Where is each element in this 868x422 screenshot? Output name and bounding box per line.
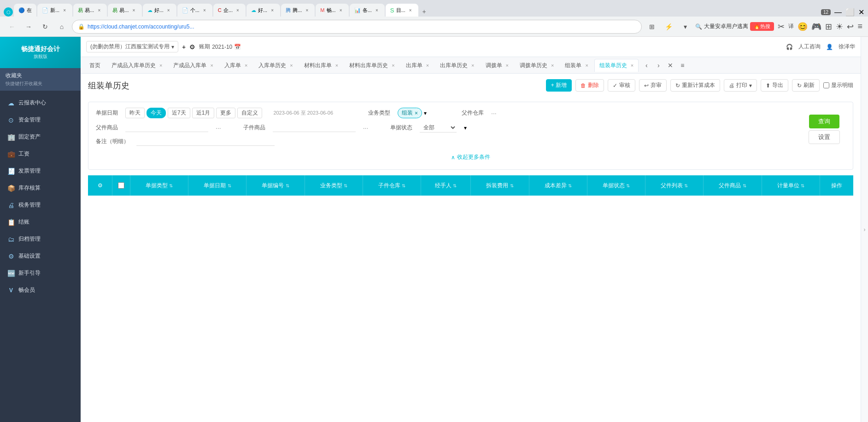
table-settings-icon[interactable]: ⚙ — [94, 179, 106, 192]
tab-in-order[interactable]: 入库单 × — [219, 59, 252, 72]
parent-goods-input[interactable] — [125, 123, 208, 132]
tab-out-order[interactable]: 出库单 × — [401, 59, 434, 72]
sidebar-item-member[interactable]: V 畅会员 — [0, 282, 81, 299]
order-status-select[interactable]: 全部 待审核 已审核 — [420, 123, 457, 133]
date-btn-yesterday[interactable]: 昨天 — [125, 108, 145, 118]
export-button[interactable]: ⬆ 导出 — [761, 79, 788, 92]
close-icon[interactable]: ✕ — [858, 8, 864, 17]
show-detail-input[interactable] — [823, 82, 829, 88]
browser-tab-1[interactable]: 🔵 在 — [14, 4, 36, 17]
back-button[interactable]: ← — [6, 20, 18, 33]
sun-icon[interactable]: ☀ — [836, 22, 843, 32]
right-collapse-panel[interactable]: › — [861, 37, 868, 422]
tab-close-12[interactable]: × — [407, 7, 414, 13]
tab-close-assemble-history[interactable]: × — [631, 63, 633, 68]
settings-company-icon[interactable]: ⚙ — [189, 43, 195, 51]
tab-close-prod-in-history[interactable]: × — [159, 63, 162, 68]
tab-close-assemble[interactable]: × — [585, 63, 588, 68]
select-all-checkbox[interactable] — [118, 182, 124, 189]
approve-button[interactable]: ✓ 审核 — [608, 79, 635, 92]
abandon-button[interactable]: ↩ 弃审 — [639, 79, 667, 92]
parent-goods-more-icon[interactable]: ··· — [216, 124, 221, 132]
tab-close-in-history[interactable]: × — [290, 63, 293, 68]
sidebar-item-salary[interactable]: 💼 工资 — [0, 145, 81, 162]
tab-material-out[interactable]: 材料出库单 × — [299, 59, 343, 72]
th-checkbox[interactable] — [112, 175, 130, 196]
date-btn-1month[interactable]: 近1月 — [192, 108, 215, 118]
tab-close-10[interactable]: × — [338, 7, 344, 13]
tab-prev-button[interactable]: ‹ — [641, 60, 651, 70]
tab-home[interactable]: 首页 — [84, 59, 106, 72]
tab-close-in-order[interactable]: × — [245, 63, 247, 68]
show-detail-checkbox[interactable]: 显示明细 — [823, 81, 853, 89]
menu-icon[interactable]: ≡ — [857, 22, 862, 31]
refresh-button-action[interactable]: ↻ 刷新 — [792, 79, 820, 92]
child-goods-input[interactable] — [273, 123, 356, 132]
th-disassemble-fee[interactable]: 拆装费用 ⇅ — [471, 175, 529, 196]
delete-button[interactable]: 🗑 删除 — [575, 79, 604, 92]
business-type-tag-close[interactable]: × — [415, 110, 418, 116]
th-child-warehouse[interactable]: 子件仓库 ⇅ — [363, 175, 421, 196]
tab-close-3[interactable]: × — [96, 7, 102, 13]
sidebar-item-guide[interactable]: 🆕 新手引导 — [0, 265, 81, 282]
tab-close-5[interactable]: × — [165, 7, 172, 13]
tab-close-6[interactable]: × — [201, 7, 208, 13]
tab-close-adjust-history[interactable]: × — [551, 63, 554, 68]
browser-tab-2[interactable]: 📄 新... × — [37, 4, 72, 17]
sidebar-favorites[interactable]: 收藏夹 快捷键打开收藏夹 — [0, 68, 81, 91]
print-button[interactable]: 🖨 打印 ▾ — [724, 79, 757, 92]
translate-icon[interactable]: 译 — [788, 23, 794, 30]
new-tab-button[interactable]: + — [419, 6, 429, 17]
date-btn-more[interactable]: 更多 — [216, 108, 235, 118]
tab-adjust-history[interactable]: 调拨单历史 × — [515, 59, 559, 72]
grid-icon[interactable]: ⊞ — [825, 22, 832, 32]
forward-button[interactable]: → — [22, 20, 35, 33]
th-parent-goods[interactable]: 父件商品 ⇅ — [704, 175, 762, 196]
browser-tab-10[interactable]: M 畅... × — [316, 4, 348, 17]
add-button[interactable]: + 新增 — [546, 79, 572, 92]
browser-tab-8[interactable]: ☁ 好... × — [246, 4, 280, 17]
tab-close-2[interactable]: × — [61, 7, 68, 13]
tab-in-history[interactable]: 入库单历史 × — [253, 59, 298, 72]
th-date[interactable]: 单据日期 ⇅ — [188, 175, 246, 196]
tab-assemble-history[interactable]: 组装单历史 × — [594, 59, 639, 72]
sidebar-item-archive-mgmt[interactable]: 🗂 归档管理 — [0, 231, 81, 248]
tab-close-7[interactable]: × — [235, 7, 241, 13]
sidebar-item-fund-mgmt[interactable]: ⊙ 资金管理 — [0, 111, 81, 128]
service-label[interactable]: 人工咨询 — [798, 43, 821, 51]
tab-close-all-button[interactable]: ✕ — [665, 60, 675, 70]
th-status[interactable]: 单据状态 ⇅ — [587, 175, 645, 196]
browser-tab-9[interactable]: 腾 腾... × — [281, 4, 315, 17]
th-parent-list[interactable]: 父件列表 ⇅ — [645, 175, 704, 196]
tab-prod-in[interactable]: 产成品入库单 × — [168, 59, 218, 72]
game-icon[interactable]: 🎮 — [811, 22, 821, 32]
tab-material-out-history[interactable]: 材料出库单历史 × — [344, 59, 399, 72]
tab-adjust[interactable]: 调拨单 × — [481, 59, 514, 72]
sidebar-item-cloud-report[interactable]: ☁ 云报表中心 — [0, 94, 81, 111]
date-btn-today[interactable]: 今天 — [147, 108, 166, 118]
tab-close-prod-in[interactable]: × — [210, 63, 213, 68]
scissors-icon[interactable]: ✂ — [778, 22, 785, 32]
date-btn-custom[interactable]: 自定义 — [237, 108, 262, 118]
parent-warehouse-more-icon[interactable]: ··· — [491, 110, 497, 117]
th-unit[interactable]: 计量单位 ⇅ — [762, 175, 820, 196]
home-button[interactable]: ⌂ — [55, 20, 68, 33]
sidebar-item-tax-mgmt[interactable]: 🖨 税务管理 — [0, 197, 81, 214]
extensions-button[interactable]: ⊞ — [645, 20, 658, 33]
dropdown-button[interactable]: ▾ — [679, 20, 692, 33]
child-goods-more-icon[interactable]: ··· — [363, 124, 369, 132]
sidebar-item-fixed-assets[interactable]: 🏢 固定资产 — [0, 128, 81, 145]
browser-tab-3[interactable]: 易 易... × — [73, 4, 107, 17]
th-type[interactable]: 单据类型 ⇅ — [130, 175, 188, 196]
undo-icon[interactable]: ↩ — [847, 22, 854, 32]
tab-close-9[interactable]: × — [304, 7, 310, 13]
browser-tab-5[interactable]: ☁ 好... × — [143, 4, 176, 17]
emoji-icon[interactable]: 😊 — [798, 22, 808, 32]
th-handler[interactable]: 经手人 ⇅ — [421, 175, 471, 196]
tab-close-4[interactable]: × — [131, 7, 137, 13]
sidebar-item-inventory[interactable]: 📦 库存核算 — [0, 179, 81, 197]
sidebar-item-settlement[interactable]: 📋 结账 — [0, 214, 81, 231]
sidebar-item-invoice-mgmt[interactable]: 🧾 发票管理 — [0, 162, 81, 179]
th-no[interactable]: 单据编号 ⇅ — [246, 175, 305, 196]
tab-prod-in-history[interactable]: 产成品入库单历史 × — [106, 59, 167, 72]
